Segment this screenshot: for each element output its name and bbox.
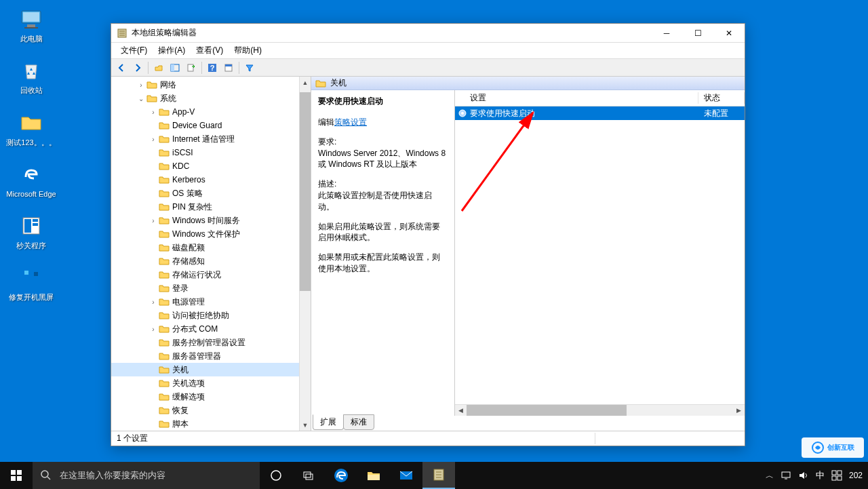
scroll-up-arrow[interactable]: ▲: [300, 77, 311, 88]
twisty-icon[interactable]: [148, 242, 159, 253]
tree-item[interactable]: ›分布式 COM: [111, 322, 299, 336]
twisty-icon[interactable]: [148, 161, 159, 172]
menu-view[interactable]: 查看(V): [191, 43, 229, 58]
twisty-icon[interactable]: ›: [148, 106, 159, 117]
twisty-icon[interactable]: [148, 378, 159, 389]
up-button[interactable]: [151, 60, 166, 75]
clock[interactable]: 202: [849, 471, 863, 480]
tree-item[interactable]: 服务控制管理器设置: [111, 336, 299, 349]
tree-scrollbar[interactable]: ▲ ▼: [299, 77, 311, 431]
help-button[interactable]: ?: [205, 60, 220, 75]
search-box[interactable]: 在这里输入你要搜索的内容: [33, 462, 260, 489]
desktop-icon-folder-test[interactable]: 测试123。。。: [5, 111, 57, 147]
twisty-icon[interactable]: [148, 147, 159, 158]
twisty-icon[interactable]: ›: [148, 296, 159, 307]
tree-item[interactable]: 服务器管理器: [111, 349, 299, 363]
tree-item[interactable]: 存储感知: [111, 254, 299, 268]
tree-item[interactable]: 磁盘配额: [111, 241, 299, 254]
back-button[interactable]: [114, 60, 129, 75]
list-row[interactable]: 要求使用快速启动 未配置: [455, 106, 745, 120]
scroll-thumb[interactable]: [467, 405, 627, 416]
close-button[interactable]: ✕: [713, 24, 745, 43]
taskbar-mail[interactable]: [390, 462, 422, 489]
forward-button[interactable]: [130, 60, 145, 75]
tree-item[interactable]: 存储运行状况: [111, 268, 299, 281]
tree-item[interactable]: ›Internet 通信管理: [111, 132, 299, 146]
taskbar-gpedit[interactable]: [422, 462, 455, 489]
tree-item[interactable]: 恢复: [111, 404, 299, 417]
tree-item[interactable]: 关机: [111, 363, 299, 376]
twisty-icon[interactable]: [148, 188, 159, 199]
twisty-icon[interactable]: [148, 391, 159, 402]
properties-button[interactable]: [221, 60, 236, 75]
maximize-button[interactable]: ☐: [682, 24, 713, 43]
twisty-icon[interactable]: [148, 418, 159, 429]
desktop-icon-shutdown[interactable]: 秒关程序: [5, 214, 57, 250]
menu-help[interactable]: 帮助(H): [229, 43, 267, 58]
desktop-icon-this-pc[interactable]: 此电脑: [5, 7, 57, 43]
horizontal-scrollbar[interactable]: ◀ ▶: [455, 404, 745, 416]
desktop-icon-fix-boot[interactable]: 修复开机黑屏: [5, 265, 57, 302]
desktop-icon-edge[interactable]: Microsoft Edge: [5, 162, 57, 199]
scroll-thumb[interactable]: [300, 92, 311, 291]
tree-item[interactable]: PIN 复杂性: [111, 200, 299, 214]
twisty-icon[interactable]: [148, 269, 159, 280]
twisty-icon[interactable]: [148, 120, 159, 131]
network-icon[interactable]: [781, 470, 791, 481]
tree-item[interactable]: ›Windows 时间服务: [111, 214, 299, 227]
scroll-down-arrow[interactable]: ▼: [300, 419, 311, 431]
edit-policy-link[interactable]: 策略设置: [334, 117, 367, 127]
twisty-icon[interactable]: ›: [148, 134, 159, 144]
twisty-icon[interactable]: ›: [148, 215, 159, 226]
twisty-icon[interactable]: [148, 405, 159, 416]
volume-icon[interactable]: [798, 470, 809, 481]
tree-item[interactable]: ⌄系统: [111, 92, 299, 105]
filter-button[interactable]: [242, 60, 257, 75]
tree-item[interactable]: ›App-V: [111, 105, 299, 119]
tree-item[interactable]: iSCSI: [111, 146, 299, 159]
tab-standard[interactable]: 标准: [343, 414, 374, 430]
tree-item[interactable]: OS 策略: [111, 187, 299, 200]
twisty-icon[interactable]: [148, 201, 159, 212]
twisty-icon[interactable]: [148, 310, 159, 321]
twisty-icon[interactable]: [148, 174, 159, 185]
ime-keyboard-icon[interactable]: [831, 470, 842, 481]
menu-file[interactable]: 文件(F): [115, 43, 153, 58]
twisty-icon[interactable]: [148, 337, 159, 348]
start-button[interactable]: [0, 462, 33, 489]
titlebar[interactable]: 本地组策略编辑器 ─ ☐ ✕: [111, 24, 745, 43]
minimize-button[interactable]: ─: [651, 24, 682, 43]
taskbar-edge[interactable]: [325, 462, 357, 489]
tree-item[interactable]: 登录: [111, 281, 299, 295]
scroll-left-arrow[interactable]: ◀: [455, 407, 467, 414]
twisty-icon[interactable]: ›: [136, 79, 146, 90]
tree-item[interactable]: 关机选项: [111, 376, 299, 390]
twisty-icon[interactable]: [148, 229, 159, 239]
tab-extended[interactable]: 扩展: [313, 414, 344, 430]
col-status[interactable]: 状态: [698, 92, 745, 104]
twisty-icon[interactable]: ›: [148, 324, 159, 334]
menu-action[interactable]: 操作(A): [153, 43, 191, 58]
twisty-icon[interactable]: [148, 283, 159, 294]
col-setting[interactable]: 设置: [455, 92, 698, 104]
tree-item[interactable]: 脚本: [111, 417, 299, 431]
tree-item[interactable]: 缓解选项: [111, 390, 299, 404]
scroll-track[interactable]: [467, 405, 733, 416]
tree-body[interactable]: ›网络⌄系统›App-VDevice Guard›Internet 通信管理iS…: [111, 77, 299, 431]
tree-item[interactable]: Device Guard: [111, 119, 299, 132]
tree-item[interactable]: ›电源管理: [111, 295, 299, 309]
scroll-track[interactable]: [300, 88, 311, 419]
task-view-button[interactable]: [292, 462, 325, 489]
tree-item[interactable]: KDC: [111, 159, 299, 173]
ime-indicator[interactable]: 中: [816, 469, 825, 482]
cortana-button[interactable]: [260, 462, 292, 489]
tree-item[interactable]: 访问被拒绝协助: [111, 309, 299, 322]
twisty-icon[interactable]: ⌄: [136, 93, 146, 104]
desktop-icon-recycle-bin[interactable]: 回收站: [5, 58, 57, 95]
tree-item[interactable]: Kerberos: [111, 173, 299, 187]
twisty-icon[interactable]: [148, 256, 159, 267]
twisty-icon[interactable]: [148, 364, 159, 375]
twisty-icon[interactable]: [148, 351, 159, 361]
export-button[interactable]: [184, 60, 199, 75]
show-hide-tree-button[interactable]: [167, 60, 182, 75]
